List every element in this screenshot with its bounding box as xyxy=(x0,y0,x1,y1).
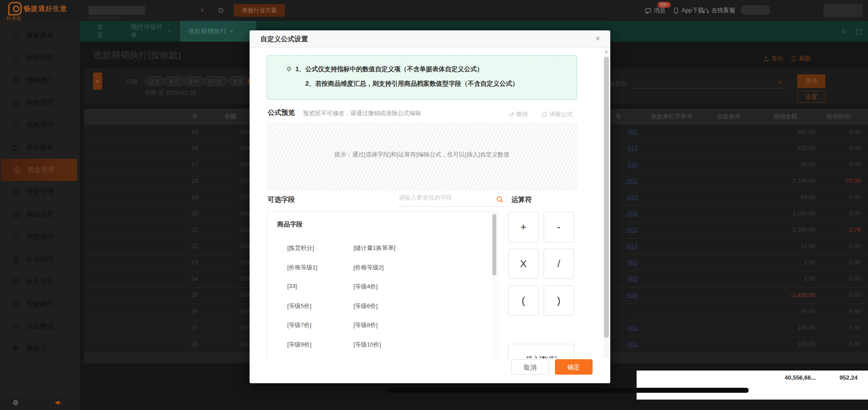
filter-settings-button[interactable]: 设置 xyxy=(797,91,825,102)
date-pill-5[interactable]: 更多 xyxy=(228,76,248,86)
sidebar-item-15[interactable]: 畅会员 xyxy=(0,337,80,360)
total-writeoff-amount: 40,556,66... xyxy=(734,374,816,381)
export-button[interactable]: 导出 xyxy=(763,54,783,63)
close-icon[interactable]: × xyxy=(595,34,600,44)
query-button[interactable]: 查询 xyxy=(797,74,825,88)
field-item[interactable]: [价格等级2] xyxy=(353,264,383,272)
tab-2[interactable]: 预付冲应付单× xyxy=(123,21,179,42)
experience-industry-button[interactable]: 体验行业方案 xyxy=(234,4,285,17)
tab-refresh-icon[interactable]: ↻ xyxy=(842,28,847,35)
field-item[interactable]: [等级5价] xyxy=(287,302,311,310)
field-list-scroll-thumb[interactable] xyxy=(492,214,496,275)
undo-icon: ↺ xyxy=(509,111,514,118)
cell-discount: 0.00 xyxy=(815,336,861,352)
cell-balance: 0.00 xyxy=(209,303,252,320)
clear-formula-button[interactable]: 清除公式 xyxy=(541,110,573,118)
online-service-button[interactable]: 在线客服 xyxy=(702,6,735,15)
sidebar-item-5[interactable]: 采购管理 xyxy=(0,114,80,136)
sidebar-nav: 搜索菜单快捷导航营销推广销售管理采购管理库存核算资金管理经营管理基础信息系统管理… xyxy=(0,21,80,397)
tab-1[interactable]: 首页 xyxy=(88,21,116,42)
cell-amount: 10.00 xyxy=(755,238,815,254)
tab-close-icon[interactable]: × xyxy=(230,28,233,34)
date-pill-3[interactable]: 本年 xyxy=(184,76,204,86)
field-item[interactable]: [等级6价] xyxy=(353,302,378,310)
column-header-balance[interactable]: 余额 xyxy=(209,109,252,124)
operator-button--[interactable]: - xyxy=(544,212,574,242)
expand-filter-button[interactable]: » xyxy=(93,73,102,90)
gear-icon[interactable]: ⚙ xyxy=(217,6,224,15)
field-item[interactable]: [辅计量1换算率] xyxy=(353,244,395,252)
cell-amount: 100.00 xyxy=(755,336,815,352)
field-item[interactable]: [等级9价] xyxy=(287,341,311,349)
horizontal-scrollbar-thumb[interactable] xyxy=(387,388,749,393)
undo-button[interactable]: ↺撤销 xyxy=(509,110,528,118)
tab-close-icon[interactable]: × xyxy=(168,28,171,34)
corner-redacted xyxy=(824,4,863,17)
operator-button-)[interactable]: ) xyxy=(544,285,574,316)
doc-type-select[interactable] xyxy=(631,88,788,88)
modal-scroll-thumb[interactable] xyxy=(604,57,609,338)
sidebar-item-4[interactable]: 销售管理 xyxy=(0,92,80,114)
sidebar-item-10[interactable]: 系统管理 xyxy=(0,226,80,248)
column-header-amount[interactable]: 核销金额 xyxy=(755,109,815,124)
column-header-red[interactable]: 收款单红字单号 xyxy=(641,109,703,124)
cell-no: 27 xyxy=(181,320,209,336)
confirm-button[interactable]: 确定 xyxy=(555,359,593,375)
app-download-button[interactable]: App下载 xyxy=(673,6,704,15)
eraser-icon xyxy=(541,112,547,117)
sidebar-item-1[interactable]: 搜索菜单 xyxy=(0,24,80,47)
sidebar-item-6[interactable]: 库存核算 xyxy=(0,137,80,159)
sidebar-item-13[interactable]: 智能硬件 xyxy=(0,293,80,315)
sidebar-item-9[interactable]: 基础信息 xyxy=(0,203,80,225)
column-header-doc[interactable]: 号 xyxy=(615,109,638,124)
settings-gear-icon[interactable]: ⚙ xyxy=(13,399,19,407)
field-item[interactable]: [等级7价] xyxy=(287,321,311,329)
cell-balance: 0.00 xyxy=(209,287,252,303)
tab-3[interactable]: 收款核销执行× xyxy=(180,21,256,42)
date-pill-2[interactable]: 本月 xyxy=(164,76,184,86)
column-header-discount[interactable]: 核销折扣 xyxy=(815,109,861,124)
operator-button-X[interactable]: X xyxy=(508,249,539,279)
announcement-horn-icon[interactable] xyxy=(54,399,62,406)
operator-button-+[interactable]: + xyxy=(508,212,539,242)
sidebar-item-2[interactable]: 快捷导航 xyxy=(0,47,80,69)
member-icon xyxy=(12,345,20,353)
cell-no: 23 xyxy=(181,254,209,271)
system-icon xyxy=(12,233,20,241)
search-icon[interactable] xyxy=(496,195,504,203)
field-item[interactable]: [等级8价] xyxy=(353,321,378,329)
doc-type-chevron-icon: ∨ xyxy=(778,79,782,85)
home-icon xyxy=(12,54,20,62)
sidebar-item-12[interactable]: 新新手引导 xyxy=(0,270,80,293)
cell-no: 21 xyxy=(181,222,209,238)
cell-discount: -70.00 xyxy=(815,173,861,189)
operator-button-([interactable]: ( xyxy=(508,285,539,316)
sidebar-item-11[interactable]: 企业协同 xyxy=(0,248,80,270)
field-item[interactable]: [拣货积分] xyxy=(287,244,314,252)
sidebar-item-7[interactable]: 资金管理 xyxy=(1,159,77,181)
user-avatar-redacted[interactable] xyxy=(740,5,770,15)
company-name-redacted[interactable] xyxy=(88,6,145,15)
sidebar-item-14[interactable]: 企业微信 xyxy=(0,315,80,337)
cancel-button[interactable]: 取消 xyxy=(511,359,549,375)
sidebar-item-8[interactable]: 经营管理 xyxy=(0,181,80,203)
cell-amount: 333.00 xyxy=(755,140,815,156)
refresh-button[interactable]: 刷新 xyxy=(791,54,811,63)
field-item[interactable]: [33] xyxy=(287,283,297,289)
field-item[interactable]: [等级4价] xyxy=(353,283,378,291)
chevron-down-icon[interactable]: ∨ xyxy=(200,6,205,13)
modal-scrollbar[interactable]: ▲ ▼ xyxy=(603,48,609,368)
column-header-cond[interactable]: 收款条件 xyxy=(703,109,755,124)
date-pill-4[interactable]: 近7天 xyxy=(203,76,226,86)
operator-button-/[interactable]: / xyxy=(544,249,574,279)
scroll-up-icon[interactable]: ▲ xyxy=(604,49,609,54)
date-pill-1[interactable]: 上月 xyxy=(145,76,165,86)
cell-balance: 0.00 xyxy=(209,254,252,271)
sidebar-item-3[interactable]: 营销推广 xyxy=(0,69,80,92)
column-settings-gear-icon[interactable]: ⚙ xyxy=(186,109,203,124)
tab-expand-icon[interactable] xyxy=(857,29,862,36)
field-item[interactable]: [价格等级1] xyxy=(287,264,317,272)
field-item[interactable]: [等级10价] xyxy=(353,341,381,349)
field-search-input[interactable] xyxy=(398,194,490,201)
field-list-scrollbar[interactable] xyxy=(492,213,496,372)
